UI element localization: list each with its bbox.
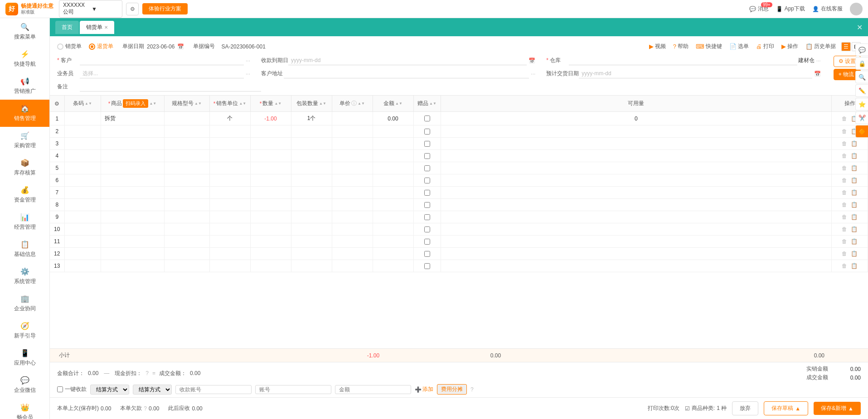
row-price[interactable] (332, 187, 373, 199)
row-spec[interactable] (164, 138, 209, 150)
avatar[interactable] (850, 3, 863, 15)
row-spec[interactable] (164, 162, 209, 174)
expense-help-icon[interactable]: ? (470, 386, 474, 393)
row-price[interactable] (332, 150, 373, 162)
row-qty[interactable] (250, 199, 291, 211)
sidebar-item-enterprise[interactable]: 🏢 企业协同 (0, 290, 49, 317)
row-barcode[interactable] (64, 162, 101, 174)
row-gift[interactable] (413, 236, 441, 248)
sidebar-item-operations[interactable]: 📊 经营管理 (0, 208, 49, 236)
row-product[interactable]: 拆货 (101, 112, 164, 125)
sidebar-item-finance[interactable]: 💰 资金管理 (0, 181, 49, 208)
delete-icon[interactable]: 🗑 (842, 177, 847, 183)
copy-icon[interactable]: 📋 (851, 238, 858, 245)
th-gear[interactable]: ⚙ (50, 96, 64, 112)
sidebar-item-system[interactable]: ⚙️ 系统管理 (0, 263, 49, 290)
row-qty[interactable] (250, 211, 291, 223)
amount-input[interactable] (335, 385, 411, 394)
row-qty[interactable]: -1.00 (250, 112, 291, 125)
row-qty[interactable] (250, 223, 291, 236)
row-spec[interactable] (164, 187, 209, 199)
delete-icon[interactable]: 🗑 (842, 202, 847, 208)
sidebar-item-sales[interactable]: 🏠 销售管理 (0, 100, 49, 127)
row-spec[interactable] (164, 150, 209, 162)
row-qty[interactable] (250, 187, 291, 199)
barcode-input[interactable] (68, 263, 98, 269)
row-gift[interactable] (413, 187, 441, 199)
rst-lock[interactable]: 🔒 (855, 57, 868, 70)
th-price-info[interactable]: ⓘ (351, 100, 357, 107)
barcode-input[interactable] (68, 202, 98, 208)
th-gift-sort[interactable]: ▲▼ (429, 102, 436, 106)
sidebar-item-marketing[interactable]: 📢 营销推广 (0, 72, 49, 100)
sidebar-item-inventory[interactable]: 📦 库存核算 (0, 154, 49, 181)
row-product[interactable] (101, 223, 164, 236)
row-barcode[interactable] (64, 260, 101, 272)
gift-checkbox[interactable] (424, 141, 430, 147)
row-product[interactable] (101, 150, 164, 162)
row-product[interactable] (101, 162, 164, 174)
rst-star[interactable]: ⭐ (855, 98, 868, 111)
operate-button[interactable]: ▶ 操作 (780, 42, 800, 51)
customer-input[interactable] (80, 56, 244, 65)
tab-sales-order[interactable]: 销货单 ✕ (80, 21, 114, 34)
account-input[interactable] (175, 385, 252, 394)
payment-due-input[interactable] (288, 56, 527, 65)
copy-icon[interactable]: 📋 (851, 153, 858, 159)
delete-icon[interactable]: 🗑 (842, 250, 847, 257)
gift-checkbox[interactable] (424, 190, 430, 196)
delete-icon[interactable]: 🗑 (842, 165, 847, 171)
tab-close-icon[interactable]: ✕ (104, 25, 108, 30)
th-product-sort[interactable]: ▲▼ (149, 102, 156, 106)
sidebar-item-search[interactable]: 🔍 搜索菜单 (0, 18, 49, 45)
row-spec[interactable] (164, 236, 209, 248)
row-gift[interactable] (413, 112, 441, 125)
row-product[interactable] (101, 138, 164, 150)
delete-icon[interactable]: 🗑 (842, 189, 847, 196)
row-product[interactable] (101, 125, 164, 138)
expected-calendar-icon[interactable]: 📅 (812, 71, 823, 77)
row-spec[interactable] (164, 260, 209, 272)
save-new-button[interactable]: 保存&新增 ▲ (814, 402, 861, 415)
row-price[interactable] (332, 211, 373, 223)
copy-icon[interactable]: 📋 (851, 140, 858, 147)
barcode-input[interactable] (68, 140, 98, 147)
row-price[interactable] (332, 223, 373, 236)
row-barcode[interactable] (64, 187, 101, 199)
expected-date-input[interactable] (579, 69, 812, 78)
template-button[interactable]: 📄 选单 (727, 42, 751, 51)
gift-checkbox[interactable] (424, 116, 430, 121)
row-barcode[interactable] (64, 112, 101, 125)
gift-checkbox[interactable] (424, 202, 430, 208)
scan-button[interactable]: 扫码录入 (123, 99, 148, 108)
radio-return-order[interactable]: 退货单 (89, 43, 113, 50)
expense-button[interactable]: 费用分摊 (437, 384, 467, 395)
add-button[interactable]: ➕ 添加 (415, 385, 433, 393)
online-service-button[interactable]: 👤 在线客服 (812, 5, 843, 13)
customer-addr-input[interactable] (284, 69, 529, 78)
row-price[interactable] (332, 174, 373, 187)
remarks-input[interactable] (80, 82, 261, 92)
row-price[interactable] (332, 138, 373, 150)
row-gift[interactable] (413, 138, 441, 150)
row-product[interactable] (101, 236, 164, 248)
row-gift[interactable] (413, 211, 441, 223)
row-gift[interactable] (413, 199, 441, 211)
rst-search[interactable]: 🔍 (855, 71, 868, 83)
row-price[interactable] (332, 125, 373, 138)
row-gift[interactable] (413, 174, 441, 187)
print-button[interactable]: 🖨 打印 (754, 42, 776, 51)
barcode-input[interactable] (68, 177, 98, 183)
barcode-input[interactable] (68, 128, 98, 135)
row-price[interactable] (332, 162, 373, 174)
row-price[interactable] (332, 236, 373, 248)
row-spec[interactable] (164, 112, 209, 125)
history-button[interactable]: 📋 历史单据 (804, 42, 838, 51)
view-table-icon[interactable]: ☰ (841, 42, 851, 51)
th-pack-sort[interactable]: ▲▼ (319, 102, 326, 106)
row-barcode[interactable] (64, 199, 101, 211)
rst-scissors[interactable]: ✂️ (855, 111, 868, 124)
sidebar-item-apps[interactable]: 📱 应用中心 (0, 344, 49, 371)
rst-orange[interactable]: 🔶 (855, 125, 868, 138)
row-spec[interactable] (164, 223, 209, 236)
